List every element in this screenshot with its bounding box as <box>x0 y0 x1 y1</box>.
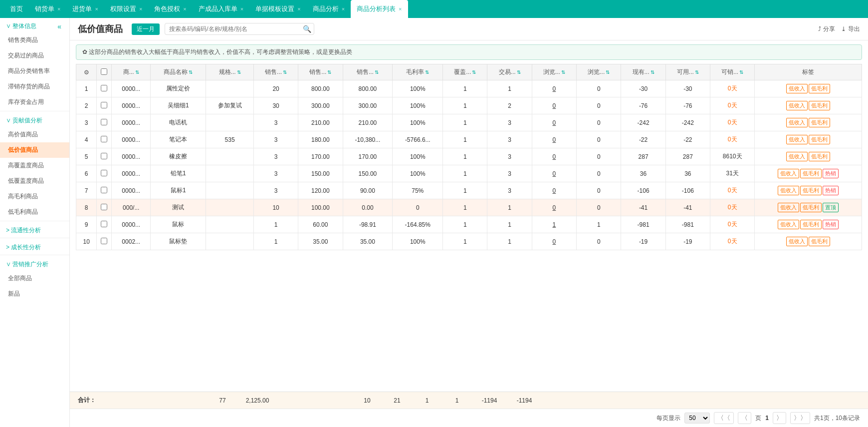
collapse-icon[interactable]: « <box>57 22 61 30</box>
close-icon[interactable]: × <box>297 6 300 12</box>
close-icon[interactable]: × <box>57 6 60 12</box>
row-checkbox[interactable] <box>101 102 107 108</box>
row-checkbox-cell[interactable] <box>97 216 112 233</box>
nav-product-analysis-list[interactable]: 商品分析列表 × <box>351 0 408 18</box>
row-qty3: 0.00 <box>343 199 393 216</box>
sidebar-item-sales-goods[interactable]: 销售类商品 <box>0 32 69 48</box>
row-checkbox[interactable] <box>101 187 107 193</box>
row-browse1[interactable]: 0 <box>532 182 576 199</box>
th-browse2[interactable]: 浏览...⇅ <box>577 64 621 80</box>
row-checkbox-cell[interactable] <box>97 233 112 250</box>
select-all-checkbox[interactable] <box>101 68 107 75</box>
close-icon[interactable]: × <box>139 6 142 12</box>
share-button[interactable]: ⤴ 分享 <box>818 25 835 33</box>
last-page-button[interactable]: 〉〉 <box>790 412 810 424</box>
nav-product-analysis[interactable]: 商品分析 × <box>307 0 351 18</box>
nav-home[interactable]: 首页 <box>4 0 29 18</box>
th-sales-val1[interactable]: 销售...⇅ <box>298 64 343 80</box>
nav-role-auth[interactable]: 角色授权 × <box>148 0 192 18</box>
th-gross-rate[interactable]: 毛利率⇅ <box>393 64 443 80</box>
sidebar-item-all-goods[interactable]: 全部商品 <box>0 271 69 286</box>
th-name[interactable]: 商品名称⇅ <box>151 64 206 80</box>
row-gross-rate: 100% <box>393 233 443 250</box>
row-checkbox-cell[interactable] <box>97 199 112 216</box>
th-code[interactable]: 商...⇅ <box>112 64 151 80</box>
th-trade[interactable]: 交易...⇅ <box>487 64 532 80</box>
nav-template-setting[interactable]: 单据模板设置 × <box>249 0 306 18</box>
row-checkbox[interactable] <box>101 85 107 91</box>
row-checkbox[interactable] <box>101 204 107 210</box>
th-checkbox[interactable] <box>97 64 112 80</box>
first-page-button[interactable]: 〈〈 <box>714 412 734 424</box>
row-browse2: 1 <box>577 216 621 233</box>
row-browse1[interactable]: 0 <box>532 80 576 97</box>
sidebar-group-flow[interactable]: > 流通性分析 <box>0 222 69 237</box>
th-available[interactable]: 可用...⇅ <box>665 64 710 80</box>
row-checkbox-cell[interactable] <box>97 131 112 148</box>
row-browse1[interactable]: 0 <box>532 165 576 182</box>
th-spec[interactable]: 规格...⇅ <box>206 64 254 80</box>
sidebar-item-high-profit[interactable]: 高毛利商品 <box>0 189 69 204</box>
row-tags: 低收入低毛利 <box>755 148 862 165</box>
sidebar-item-low-profit[interactable]: 低毛利商品 <box>0 204 69 220</box>
row-coverage: 1 <box>443 148 487 165</box>
sidebar-item-high-value[interactable]: 高价值商品 <box>0 127 69 142</box>
sidebar-item-inventory-capital[interactable]: 库存资金占用 <box>0 94 69 110</box>
close-icon[interactable]: × <box>240 6 243 12</box>
period-button[interactable]: 近一月 <box>132 23 160 35</box>
row-index: 5 <box>76 148 97 165</box>
nav-sales-order[interactable]: 销货单 × <box>29 0 66 18</box>
export-button[interactable]: ⤓ 导出 <box>841 25 860 33</box>
row-checkbox-cell[interactable] <box>97 80 112 97</box>
sidebar-item-new-goods[interactable]: 新品 <box>0 286 69 302</box>
row-checkbox[interactable] <box>101 153 107 159</box>
row-checkbox-cell[interactable] <box>97 114 112 131</box>
sidebar-item-traded-goods[interactable]: 交易过的商品 <box>0 48 69 63</box>
row-browse1[interactable]: 0 <box>532 148 576 165</box>
sidebar-item-high-coverage[interactable]: 高覆盖度商品 <box>0 158 69 173</box>
row-browse1[interactable]: 0 <box>532 114 576 131</box>
prev-page-button[interactable]: 〈 <box>738 412 751 424</box>
row-checkbox-cell[interactable] <box>97 182 112 199</box>
th-current[interactable]: 现有...⇅ <box>621 64 665 80</box>
row-checkbox[interactable] <box>101 238 107 244</box>
row-checkbox[interactable] <box>101 136 107 142</box>
row-checkbox-cell[interactable] <box>97 148 112 165</box>
th-settings[interactable]: ⚙ <box>76 64 97 80</box>
th-browse1[interactable]: 浏览...⇅ <box>532 64 576 80</box>
row-checkbox-cell[interactable] <box>97 97 112 114</box>
row-checkbox[interactable] <box>101 119 107 125</box>
close-icon[interactable]: × <box>399 6 402 12</box>
row-browse1[interactable]: 0 <box>532 131 576 148</box>
row-browse1[interactable]: 0 <box>532 233 576 250</box>
table-body: 1 0000... 属性定价 20 800.00 800.00 100% 1 1… <box>76 80 862 250</box>
th-coverage[interactable]: 覆盖...⇅ <box>443 64 487 80</box>
sidebar-item-low-coverage[interactable]: 低覆盖度商品 <box>0 173 69 189</box>
row-browse1[interactable]: 0 <box>532 97 576 114</box>
search-icon[interactable]: 🔍 <box>303 25 311 33</box>
sidebar-item-category-sales[interactable]: 商品分类销售率 <box>0 63 69 79</box>
tag-label: 低收入 <box>778 186 799 195</box>
nav-product-in[interactable]: 产成品入库单 × <box>193 0 249 18</box>
th-sales-val2[interactable]: 销售...⇅ <box>343 64 393 80</box>
close-icon[interactable]: × <box>342 6 345 12</box>
th-sales-qty[interactable]: 销售...⇅ <box>253 64 298 80</box>
sidebar-item-slow-goods[interactable]: 滞销存货的商品 <box>0 79 69 94</box>
page-size-select[interactable]: 50 100 200 <box>684 413 710 424</box>
row-checkbox-cell[interactable] <box>97 165 112 182</box>
next-page-button[interactable]: 〉 <box>773 412 786 424</box>
sidebar-item-low-value[interactable]: 低价值商品 <box>0 142 69 158</box>
search-input[interactable] <box>165 23 314 35</box>
nav-purchase-order[interactable]: 进货单 × <box>66 0 104 18</box>
close-icon[interactable]: × <box>95 6 98 12</box>
row-browse1[interactable]: 1 <box>532 216 576 233</box>
close-icon[interactable]: × <box>183 6 186 12</box>
th-saleable[interactable]: 可销...⇅ <box>710 64 755 80</box>
row-browse1[interactable]: 0 <box>532 199 576 216</box>
row-checkbox[interactable] <box>101 221 107 227</box>
row-checkbox[interactable] <box>101 170 107 176</box>
sidebar-divider4 <box>0 255 69 255</box>
row-gross-rate: 100% <box>393 80 443 97</box>
sidebar-group-growth[interactable]: > 成长性分析 <box>0 239 69 254</box>
nav-permissions[interactable]: 权限设置 × <box>104 0 148 18</box>
